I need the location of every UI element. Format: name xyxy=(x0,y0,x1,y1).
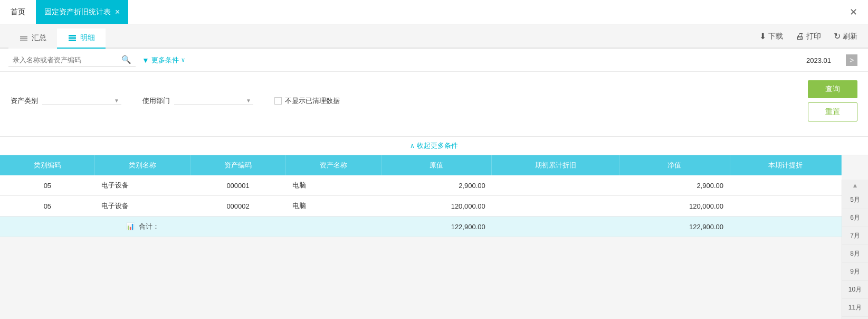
active-tab[interactable]: 固定资产折旧统计表 × xyxy=(36,0,128,24)
expand-arrow-btn[interactable]: > xyxy=(846,54,857,66)
month-item[interactable]: 6月 xyxy=(842,209,868,227)
window-close-btn[interactable]: ✕ xyxy=(850,6,857,18)
filter-row: 资产类别 ▼ 使用部门 ▼ 不显示已清理数据 查询 重置 xyxy=(11,80,857,121)
cell-net-value: 2,900.00 xyxy=(619,175,730,196)
scroll-up-btn[interactable]: ▲ xyxy=(842,180,868,191)
more-conditions-label: 更多条件 xyxy=(151,55,179,65)
no-cleared-checkbox[interactable]: 不显示已清理数据 xyxy=(274,96,340,106)
col-category-code: 类别编码 xyxy=(0,155,95,175)
month-item[interactable]: 5月 xyxy=(842,191,868,209)
cell-asset-code: 000002 xyxy=(190,196,286,217)
month-panel: ▲ 5月6月7月8月9月10月11月12月 2023 xyxy=(842,180,868,319)
cell-accumulated-dep xyxy=(492,196,619,217)
list-icon xyxy=(68,33,77,43)
cell-category-name: 电子设备 xyxy=(95,196,190,217)
refresh-btn[interactable]: ↻ 刷新 xyxy=(834,31,857,41)
month-item[interactable]: 7月 xyxy=(842,227,868,245)
refresh-icon: ↻ xyxy=(834,31,841,41)
total-empty xyxy=(286,217,381,237)
collapse-bar[interactable]: ∧ 收起更多条件 xyxy=(0,137,868,155)
col-category-name: 类别名称 xyxy=(95,155,190,175)
col-original-value: 原值 xyxy=(381,155,491,175)
tab-label: 固定资产折旧统计表 xyxy=(44,7,111,17)
asset-type-field: 资产类别 ▼ xyxy=(11,96,121,106)
cell-asset-code: 000001 xyxy=(190,175,286,196)
tab-summary-label: 汇总 xyxy=(32,33,46,43)
download-btn[interactable]: ⬇ 下载 xyxy=(759,31,783,41)
download-icon: ⬇ xyxy=(759,31,766,41)
table-wrap: 类别编码 类别名称 资产编码 资产名称 原值 期初累计折旧 净值 本期计提折 0… xyxy=(0,155,842,237)
print-label: 打印 xyxy=(806,31,821,41)
top-nav: 首页 固定资产折旧统计表 × ✕ xyxy=(0,0,868,24)
collapse-label: 收起更多条件 xyxy=(417,141,458,151)
search-bar: 🔍 ▼ 更多条件 ∨ 2023.01 > xyxy=(0,49,868,72)
more-conditions-arrow: ∨ xyxy=(181,57,185,63)
table-header-row: 类别编码 类别名称 资产编码 资产名称 原值 期初累计折旧 净值 本期计提折 xyxy=(0,155,842,175)
tab-detail-label: 明细 xyxy=(80,33,95,43)
cell-current-dep xyxy=(730,196,842,217)
col-asset-code: 资产编码 xyxy=(190,155,286,175)
main-content: 类别编码 类别名称 资产编码 资产名称 原值 期初累计折旧 净值 本期计提折 0… xyxy=(0,155,868,237)
svg-rect-1 xyxy=(20,38,27,40)
collapse-icon: ∧ xyxy=(410,142,415,149)
dept-field: 使用部门 ▼ xyxy=(142,96,253,106)
dept-select[interactable]: ▼ xyxy=(174,97,253,105)
search-input[interactable] xyxy=(13,56,118,64)
filter-panel: 资产类别 ▼ 使用部门 ▼ 不显示已清理数据 查询 重置 xyxy=(0,72,868,137)
table-row: 05 电子设备 000001 电脑 2,900.00 2,900.00 xyxy=(0,175,842,196)
col-accumulated-dep: 期初累计折旧 xyxy=(492,155,619,175)
svg-rect-5 xyxy=(69,40,76,41)
no-cleared-label: 不显示已清理数据 xyxy=(285,96,340,106)
table-row: 05 电子设备 000002 电脑 120,000.00 120,000.00 xyxy=(0,196,842,217)
refresh-label: 刷新 xyxy=(843,31,857,41)
print-btn[interactable]: 🖨 打印 xyxy=(796,31,821,41)
data-table: 类别编码 类别名称 资产编码 资产名称 原值 期初累计折旧 净值 本期计提折 0… xyxy=(0,155,842,237)
col-asset-name: 资产名称 xyxy=(286,155,381,175)
search-icon: 🔍 xyxy=(121,55,131,64)
filter-buttons: 查询 重置 xyxy=(808,80,857,121)
tab-summary[interactable]: 汇总 xyxy=(8,29,57,49)
month-item[interactable]: 11月 xyxy=(842,299,868,317)
query-btn[interactable]: 查询 xyxy=(808,80,857,98)
total-label: 合计： xyxy=(139,222,159,230)
cell-original-value: 2,900.00 xyxy=(381,175,491,196)
toolbar-right: ⬇ 下载 🖨 打印 ↻ 刷新 xyxy=(759,31,857,41)
cell-net-value: 120,000.00 xyxy=(619,196,730,217)
svg-rect-0 xyxy=(20,36,27,37)
col-current-dep: 本期计提折 xyxy=(730,155,842,175)
checkbox-box xyxy=(274,97,282,105)
total-accumulated-dep xyxy=(492,217,619,237)
asset-type-select[interactable]: ▼ xyxy=(42,97,121,105)
layers-icon xyxy=(19,33,28,43)
reset-btn[interactable]: 重置 xyxy=(808,102,857,121)
month-item[interactable]: 10月 xyxy=(842,281,868,299)
tab-close-btn[interactable]: × xyxy=(115,8,120,16)
col-net-value: 净值 xyxy=(619,155,730,175)
filter-icon: ▼ xyxy=(142,56,149,64)
dept-label: 使用部门 xyxy=(142,96,170,106)
total-net-value: 122,900.00 xyxy=(619,217,730,237)
month-item[interactable]: 8月 xyxy=(842,245,868,263)
total-current-dep xyxy=(730,217,842,237)
cell-category-name: 电子设备 xyxy=(95,175,190,196)
month-item[interactable]: 9月 xyxy=(842,263,868,281)
cell-category-code: 05 xyxy=(0,175,95,196)
search-input-wrap[interactable]: 🔍 xyxy=(8,53,136,67)
total-icon: 📊 xyxy=(126,222,135,230)
cell-asset-name: 电脑 xyxy=(286,196,381,217)
asset-type-label: 资产类别 xyxy=(11,96,38,106)
print-icon: 🖨 xyxy=(796,31,804,41)
month-item[interactable]: 12月 xyxy=(842,317,868,319)
svg-rect-2 xyxy=(20,40,27,41)
cell-original-value: 120,000.00 xyxy=(381,196,491,217)
total-original-value: 122,900.00 xyxy=(381,217,491,237)
cell-current-dep xyxy=(730,175,842,196)
cell-accumulated-dep xyxy=(492,175,619,196)
cell-category-code: 05 xyxy=(0,196,95,217)
total-label-cell: 📊 合计： xyxy=(0,217,286,237)
asset-type-arrow: ▼ xyxy=(114,98,119,104)
home-nav[interactable]: 首页 xyxy=(0,0,36,24)
download-label: 下载 xyxy=(768,31,783,41)
tab-detail[interactable]: 明细 xyxy=(57,29,106,49)
more-conditions-btn[interactable]: ▼ 更多条件 ∨ xyxy=(142,55,185,65)
